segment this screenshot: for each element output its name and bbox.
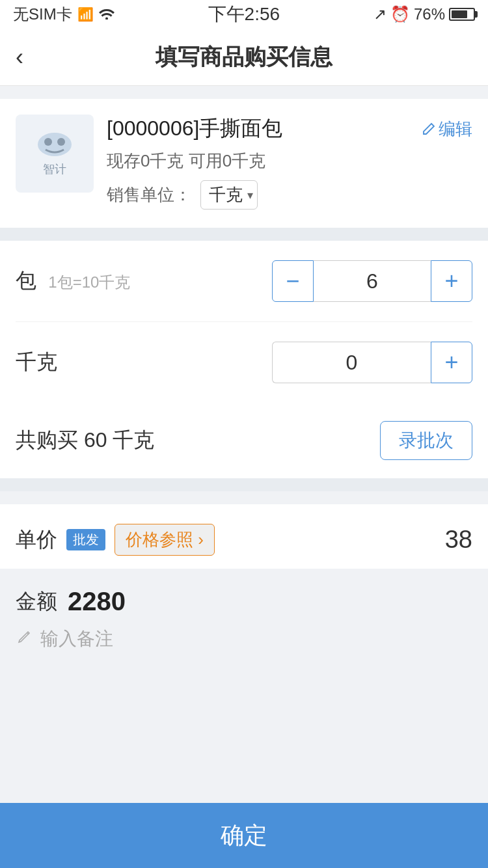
status-left: 无SIM卡 📶 [13,4,115,25]
bao-label-group: 包 1包=10千克 [16,267,130,295]
product-thumb-label: 智计 [43,161,66,177]
product-thumbnail: 智计 [16,115,94,193]
amount-section: 金额 2280 输入备注 [0,569,488,670]
price-label-group: 单价 批发 价格参照 › [16,524,215,556]
bao-hint: 1包=10千克 [48,273,130,291]
kg-qty-control: + [272,342,472,383]
svg-point-2 [57,138,65,146]
remark-row[interactable]: 输入备注 [16,627,472,670]
price-label: 单价 [16,526,57,554]
back-button[interactable]: ‹ [16,44,23,71]
price-tag-pifa: 批发 [66,529,105,550]
unit-label: 销售单位： [107,183,191,206]
price-value: 38 [445,526,472,554]
battery-percent: 76% [414,5,445,23]
kg-label: 千克 [16,348,57,377]
status-bar: 无SIM卡 📶 下午2:56 ↗ ⏰ 76% [0,0,488,29]
wifi-icon [99,5,115,23]
sim-icon: 📶 [77,7,94,22]
carrier-label: 无SIM卡 [13,4,72,25]
battery-icon [449,8,475,21]
summary-section: 共购买 60 千克 录批次 [0,403,488,478]
remark-icon [16,628,34,651]
amount-value: 2280 [68,587,126,616]
product-name-row: [0000006]手撕面包 编辑 [107,115,472,143]
bao-plus-button[interactable]: + [431,260,472,302]
unit-select[interactable]: 千克 ▾ [200,180,258,210]
product-unit-row: 销售单位： 千克 ▾ [107,180,472,210]
status-right: ↗ ⏰ 76% [373,5,475,23]
amount-row: 金额 2280 [16,587,472,616]
product-info: [0000006]手撕面包 编辑 现存0千克 可用0千克 销售单位： 千克 ▾ [107,115,472,210]
product-section: 智计 [0000006]手撕面包 编辑 现存0千克 可用0千克 销售单位： 千克… [0,99,488,228]
product-full-name: [0000006]手撕面包 [107,115,282,143]
divider-2 [0,478,488,491]
remark-placeholder: 输入备注 [40,627,113,651]
price-ref-button[interactable]: 价格参照 › [115,524,215,556]
batch-button[interactable]: 录批次 [380,421,472,460]
bao-minus-button[interactable]: − [272,260,314,302]
price-row: 单价 批发 价格参照 › 38 [16,524,472,556]
kg-qty-input[interactable] [272,342,431,383]
alarm-icon: ⏰ [390,5,410,23]
summary-text: 共购买 60 千克 [16,426,154,455]
confirm-bar[interactable]: 确定 [0,803,488,868]
quantity-section: 包 1包=10千克 − + 千克 + [0,241,488,403]
divider-1 [0,228,488,241]
page-title: 填写商品购买信息 [156,42,332,72]
bao-input-row: 包 1包=10千克 − + [16,241,472,322]
unit-dropdown-icon: ▾ [247,188,253,202]
product-stock: 现存0千克 可用0千克 [107,150,472,172]
confirm-label: 确定 [221,820,267,852]
svg-point-1 [44,138,52,146]
price-section: 单价 批发 价格参照 › 38 [0,504,488,569]
kg-plus-button[interactable]: + [431,342,472,383]
status-time: 下午2:56 [208,2,280,27]
bao-qty-control: − + [272,260,472,302]
kg-input-row: 千克 + [16,322,472,403]
edit-button[interactable]: 编辑 [422,118,472,141]
location-icon: ↗ [373,5,386,23]
nav-bar: ‹ 填写商品购买信息 [0,29,488,86]
bao-label: 包 [16,269,36,292]
amount-label: 金额 [16,588,57,616]
bao-qty-input[interactable] [314,260,431,302]
